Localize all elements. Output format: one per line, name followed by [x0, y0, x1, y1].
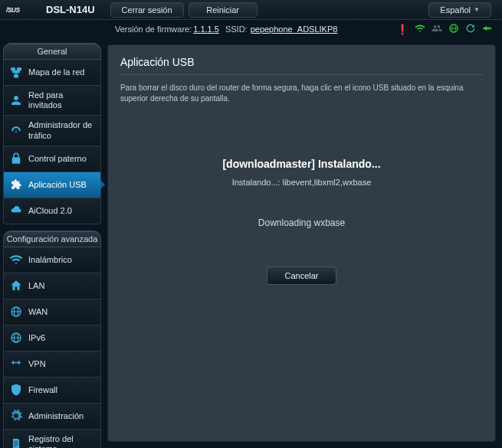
install-packages: Instalando...: libevent,libxml2,wxbase	[120, 178, 483, 187]
main-panel: Aplicación USB Para borrar el disco duro…	[107, 44, 496, 442]
firmware-version-link[interactable]: 1.1.1.5	[193, 25, 219, 34]
sidebar-item-label: WAN	[28, 307, 48, 317]
sidebar-item-firewall[interactable]: Firewall	[3, 378, 101, 404]
wifi-icon	[8, 252, 24, 267]
warning-icon[interactable]: ❗	[396, 24, 408, 35]
sidebar-item-label: Red para invitados	[28, 90, 96, 110]
sidebar-item-guest-network[interactable]: Red para invitados	[3, 86, 101, 116]
sidebar-item-wan[interactable]: WAN	[3, 299, 101, 325]
sidebar-item-vpn[interactable]: VPN	[3, 352, 101, 378]
logout-button[interactable]: Cerrar sesión	[110, 2, 184, 18]
sidebar-item-lan[interactable]: LAN	[3, 273, 101, 299]
sidebar-item-label: Registro del sistema	[28, 434, 96, 448]
firmware-label: Versión de firmware:	[115, 25, 192, 34]
sidebar-item-label: IPv6	[28, 333, 45, 343]
svg-rect-4	[11, 67, 15, 70]
sidebar-item-label: VPN	[28, 359, 46, 369]
sidebar-item-label: Administrador de tráfico	[28, 120, 96, 140]
home-icon	[8, 278, 24, 293]
gear-icon	[8, 408, 24, 423]
shield-icon	[8, 382, 24, 397]
status-icons: ❗	[396, 23, 494, 36]
sidebar-item-label: Inalámbrico	[28, 255, 72, 265]
cancel-button[interactable]: Cancelar	[267, 267, 336, 285]
sidebar-item-administration[interactable]: Administración	[3, 404, 101, 430]
svg-text:/SUS: /SUS	[6, 5, 20, 13]
group-icon[interactable]	[431, 23, 442, 36]
top-header: /SUS DSL-N14U Cerrar sesión Reiniciar Es…	[0, 0, 502, 20]
sidebar-item-aicloud[interactable]: AiCloud 2.0	[3, 198, 101, 224]
sidebar-item-traffic-manager[interactable]: Administrador de tráfico	[3, 116, 101, 146]
sidebar: General Mapa de la red Red para invitado…	[0, 38, 104, 448]
gauge-icon	[8, 123, 24, 139]
sidebar-item-label: AiCloud 2.0	[28, 206, 72, 216]
page-description: Para borrar el disco duro del router de …	[120, 83, 483, 104]
cloud-icon	[8, 203, 24, 218]
sidebar-item-network-map[interactable]: Mapa de la red	[3, 60, 101, 86]
sidebar-item-usb-application[interactable]: Aplicación USB	[3, 172, 101, 198]
refresh-icon[interactable]	[465, 23, 476, 36]
globe-icon	[8, 330, 24, 345]
install-progress-block: [downloadmaster] Instalando... Instaland…	[120, 158, 483, 285]
sidebar-item-label: Administración	[28, 411, 84, 421]
lock-icon	[8, 151, 24, 166]
sidebar-item-label: Aplicación USB	[28, 180, 87, 190]
globe-icon	[8, 304, 24, 319]
sidebar-item-label: LAN	[28, 281, 44, 291]
sidebar-item-label: Mapa de la red	[28, 67, 84, 77]
ssid-label: SSID:	[225, 25, 248, 34]
language-dropdown[interactable]: Español ▼	[428, 2, 491, 18]
brand-logo: /SUS	[6, 5, 38, 15]
ssid-value-link[interactable]: pepephone_ADSLIKP8	[251, 25, 338, 34]
install-status: Downloading wxbase	[120, 217, 483, 228]
sidebar-header-advanced: Configuración avanzada	[3, 231, 101, 247]
wifi-icon[interactable]	[415, 23, 425, 36]
info-bar: Versión de firmware: 1.1.1.5 SSID: pepep…	[0, 20, 502, 38]
sidebar-item-system-log[interactable]: Registro del sistema	[3, 430, 101, 448]
reboot-button[interactable]: Reiniciar	[189, 2, 258, 18]
main-layout: General Mapa de la red Red para invitado…	[0, 38, 502, 448]
sidebar-item-label: Control paterno	[28, 154, 87, 164]
tunnel-icon	[8, 356, 24, 371]
sidebar-item-label: Firewall	[28, 385, 57, 395]
model-name: DSL-N14U	[46, 4, 95, 15]
install-title: [downloadmaster] Instalando...	[120, 158, 483, 170]
document-icon	[8, 437, 24, 448]
usb-icon[interactable]	[482, 23, 494, 36]
sidebar-header-general: General	[3, 43, 101, 60]
divider	[120, 74, 483, 75]
sidebar-item-wireless[interactable]: Inalámbrico	[3, 247, 101, 273]
chevron-down-icon: ▼	[474, 6, 480, 13]
content-area: Aplicación USB Para borrar el disco duro…	[104, 38, 502, 448]
puzzle-icon	[8, 177, 24, 192]
sidebar-item-parental-control[interactable]: Control paterno	[3, 146, 101, 172]
sidebar-item-ipv6[interactable]: IPv6	[3, 325, 101, 352]
svg-rect-5	[18, 67, 21, 70]
globe-icon[interactable]	[448, 23, 459, 36]
svg-rect-6	[14, 74, 18, 77]
page-title: Aplicación USB	[120, 56, 483, 68]
users-icon	[8, 93, 24, 108]
language-label: Español	[440, 5, 471, 15]
sitemap-icon	[8, 65, 24, 80]
